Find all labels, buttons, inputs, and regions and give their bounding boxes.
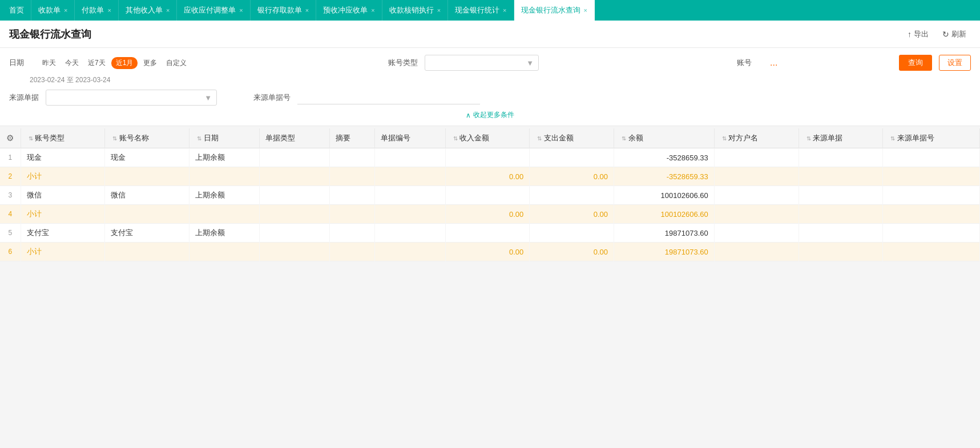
col-date[interactable]: ⇅ 日期 (189, 128, 260, 148)
date-opt-custom[interactable]: 自定义 (163, 57, 190, 69)
cell-idx: 3 (0, 186, 21, 205)
cell-source_doc_no (883, 186, 980, 205)
sort-icon: ⇅ (453, 135, 458, 142)
col-account-name-label: 账号名称 (119, 134, 149, 142)
nav-item-payment[interactable]: 付款单 × (75, 0, 118, 21)
refresh-icon: ↻ (942, 30, 949, 39)
table-row: 2小计0.000.00-3528659.33 (0, 167, 980, 186)
cell-account_name (105, 243, 189, 261)
col-expense[interactable]: ⇅ 支出金额 (530, 128, 614, 148)
cell-balance: -3528659.33 (614, 148, 715, 167)
sort-icon: ⇅ (722, 135, 727, 142)
filter-row-2: 来源单据 ▼ 来源单据号 (9, 90, 971, 106)
col-source-doc-label: 来源单据 (813, 134, 842, 142)
cell-date: 上期余额 (189, 148, 260, 167)
chevron-down-icon: ▼ (526, 59, 534, 67)
date-opt-yesterday[interactable]: 昨天 (39, 57, 59, 69)
cell-balance: -3528659.33 (614, 167, 715, 186)
date-opt-7days[interactable]: 近7天 (84, 57, 109, 69)
nav-item-adjustment[interactable]: 应收应付调整单 × (177, 0, 250, 21)
account-dots-button[interactable]: ... (767, 58, 781, 68)
cell-summary (330, 186, 375, 205)
date-opt-1month[interactable]: 近1月 (111, 57, 138, 69)
close-icon[interactable]: × (239, 7, 243, 14)
cell-summary (330, 205, 375, 224)
refresh-button[interactable]: ↻ 刷新 (938, 27, 971, 42)
col-counterparty[interactable]: ⇅ 对方户名 (714, 128, 798, 148)
col-account-type-label: 账号类型 (35, 134, 64, 142)
col-source-doc[interactable]: ⇅ 来源单据 (798, 128, 883, 148)
refresh-label: 刷新 (951, 29, 966, 39)
cell-summary (330, 243, 375, 261)
nav-item-other-income[interactable]: 其他收入单 × (119, 0, 177, 21)
cell-income: 0.00 (445, 243, 530, 261)
cell-date: 上期余额 (189, 186, 260, 205)
cell-summary (330, 224, 375, 243)
source-doc-select[interactable]: ▼ (46, 90, 217, 106)
cell-income: 0.00 (445, 205, 530, 224)
nav-item-bank-deposit[interactable]: 银行存取款单 × (251, 0, 316, 21)
col-doc-type[interactable]: 单据类型 (260, 128, 330, 148)
cell-expense: 0.00 (530, 167, 614, 186)
cell-income (445, 186, 530, 205)
cell-counterparty (714, 205, 798, 224)
nav-item-bank-flow[interactable]: 现金银行流水查询 × (514, 0, 595, 21)
close-icon[interactable]: × (584, 7, 587, 14)
cell-account_name (105, 205, 189, 224)
sort-icon: ⇅ (890, 135, 895, 142)
col-summary[interactable]: 摘要 (330, 128, 375, 148)
nav-item-bank-stats[interactable]: 现金银行统计 × (448, 0, 514, 21)
cell-doc_no (375, 167, 445, 186)
close-icon[interactable]: × (64, 7, 67, 14)
col-account-type[interactable]: ⇅ 账号类型 (21, 128, 105, 148)
close-icon[interactable]: × (107, 7, 111, 14)
col-gear[interactable]: ⚙ (0, 128, 21, 148)
nav-item-write-off[interactable]: 收款核销执行 × (382, 0, 448, 21)
cell-doc_type (260, 167, 330, 186)
cell-source_doc (798, 167, 883, 186)
close-icon[interactable]: × (437, 7, 441, 14)
nav-item-prepayment[interactable]: 预收冲应收单 × (316, 0, 382, 21)
close-icon[interactable]: × (503, 7, 506, 14)
cell-expense (530, 224, 614, 243)
account-type-select[interactable]: ▼ (425, 55, 539, 71)
cell-doc_type (260, 205, 330, 224)
cell-doc_type (260, 186, 330, 205)
close-icon[interactable]: × (305, 7, 309, 14)
cell-idx: 4 (0, 205, 21, 224)
source-doc-no-input[interactable] (297, 91, 480, 104)
cell-doc_no (375, 148, 445, 167)
sort-icon: ⇅ (806, 135, 811, 142)
col-balance[interactable]: ⇅ 余额 (614, 128, 715, 148)
cell-account_type: 微信 (21, 186, 105, 205)
date-range-display: 2023-02-24 至 2023-03-24 (30, 76, 110, 84)
col-date-label: 日期 (204, 134, 219, 142)
col-income[interactable]: ⇅ 收入金额 (445, 128, 530, 148)
account-label: 账号 (737, 58, 760, 68)
nav-label-prepayment: 预收冲应收单 (323, 5, 368, 15)
col-source-doc-no[interactable]: ⇅ 来源单据号 (883, 128, 980, 148)
cell-expense: 0.00 (530, 243, 614, 261)
nav-item-home[interactable]: 首页 (2, 0, 31, 21)
export-button[interactable]: ↑ 导出 (903, 27, 933, 42)
query-button[interactable]: 查询 (899, 55, 932, 71)
collapse-bar[interactable]: ∧ 收起更多条件 (9, 108, 971, 121)
cell-account_type: 小计 (21, 205, 105, 224)
cell-source_doc_no (883, 148, 980, 167)
cell-doc_no (375, 224, 445, 243)
col-balance-label: 余额 (628, 134, 643, 142)
nav-item-receipt[interactable]: 收款单 × (31, 0, 75, 21)
date-opt-more[interactable]: 更多 (140, 57, 160, 69)
close-icon[interactable]: × (371, 7, 374, 14)
settings-button[interactable]: 设置 (939, 55, 971, 71)
date-opt-today[interactable]: 今天 (62, 57, 82, 69)
cell-doc_no (375, 186, 445, 205)
col-account-name[interactable]: ⇅ 账号名称 (105, 128, 189, 148)
nav-label-bank-stats: 现金银行统计 (455, 5, 499, 15)
nav-label-other-income: 其他收入单 (126, 5, 163, 15)
cell-date (189, 205, 260, 224)
close-icon[interactable]: × (166, 7, 170, 14)
col-doc-no[interactable]: 单据编号 (375, 128, 445, 148)
col-doc-type-label: 单据类型 (265, 134, 295, 142)
cell-source_doc_no (883, 243, 980, 261)
